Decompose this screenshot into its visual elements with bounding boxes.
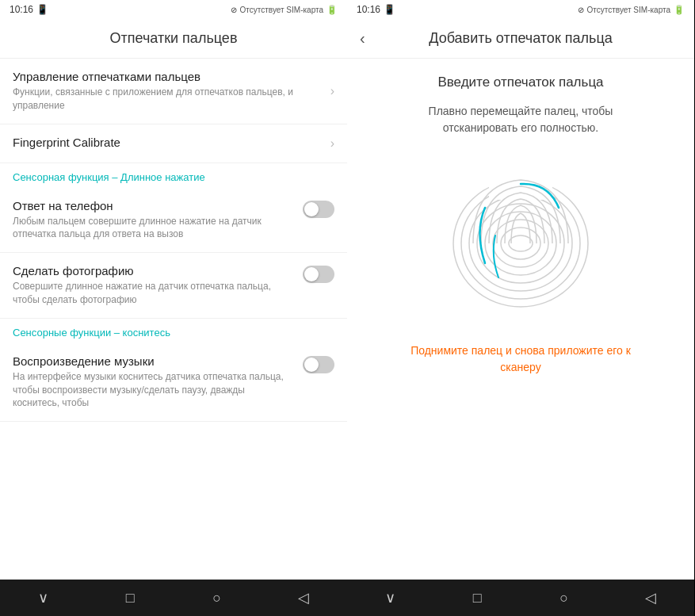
left-panel: 10:16 📱 ⊘ Отсутствует SIM-карта 🔋 Отпеча… [0,0,347,616]
fingerprint-calibrate-item[interactable]: Fingerprint Calibrate › [0,124,347,163]
answer-phone-subtitle: Любым пальцем совершите длинное нажатие … [13,215,293,242]
lift-finger-text: Поднимите палец и снова приложите его к … [410,342,632,376]
right-phone-icon: 📱 [384,4,395,15]
right-no-sim-icon: ⊘ [578,6,584,14]
take-photo-subtitle: Совершите длинное нажатие на датчик отпе… [13,280,293,307]
manage-fingerprints-arrow: › [330,84,334,98]
left-battery-icon: 🔋 [326,5,338,15]
fingerprint-visual [441,160,600,319]
right-header-title: Добавить отпечаток пальца [429,30,612,47]
fingerprint-calibrate-text: Fingerprint Calibrate [13,136,324,151]
right-status-bar: 10:16 📱 ⊘ Отсутствует SIM-карта 🔋 [347,0,694,19]
right-time: 10:16 [357,4,380,15]
right-panel: 10:16 📱 ⊘ Отсутствует SIM-карта 🔋 ‹ Доба… [347,0,694,616]
right-nav-circle[interactable]: ○ [548,582,580,614]
left-header-title: Отпечатки пальцев [110,30,238,47]
right-nav-back[interactable]: ∨ [375,582,407,614]
music-playback-toggle[interactable] [303,356,334,373]
svg-point-1 [461,188,580,299]
svg-point-7 [509,235,533,251]
fingerprint-svg [441,160,600,319]
right-back-button[interactable]: ‹ [360,29,365,48]
right-nav-square[interactable]: □ [461,582,493,614]
left-header: Отпечатки пальцев [0,19,347,59]
right-header: ‹ Добавить отпечаток пальца [347,19,694,59]
section-label-touch: Сенсорные функции – коснитесь [0,319,347,343]
right-battery-icon: 🔋 [674,5,685,15]
left-nav-bar: ∨ □ ○ ◁ [0,580,347,616]
right-status-left: 10:16 📱 [357,4,395,15]
instruction-text: Плавно перемещайте палец, чтобы отсканир… [402,103,640,136]
left-time: 10:16 [10,4,33,15]
left-nav-back[interactable]: ∨ [28,582,59,614]
right-content: Введите отпечаток пальца Плавно перемеща… [347,59,694,580]
left-status-bar: 10:16 📱 ⊘ Отсутствует SIM-карта 🔋 [0,0,347,19]
take-photo-item: Сделать фотографию Совершите длинное наж… [0,253,347,319]
right-status-right: ⊘ Отсутствует SIM-карта 🔋 [578,5,685,15]
left-phone-icon: 📱 [36,4,48,15]
left-sim-text: Отсутствует SIM-карта [240,6,324,14]
svg-point-3 [477,204,564,283]
svg-point-6 [501,228,540,259]
right-nav-bar: ∨ □ ○ ◁ [347,580,694,616]
answer-phone-text: Ответ на телефон Любым пальцем совершите… [13,199,293,242]
left-no-sim-icon: ⊘ [231,6,237,14]
take-photo-title: Сделать фотографию [13,264,293,277]
music-playback-title: Воспроизведение музыки [13,354,293,368]
answer-phone-toggle[interactable] [303,201,334,218]
left-status-right: ⊘ Отсутствует SIM-карта 🔋 [231,5,338,15]
enter-fingerprint-title: Введите отпечаток пальца [437,75,603,90]
manage-fingerprints-subtitle: Функции, связанные с приложением для отп… [13,86,324,113]
left-nav-triangle[interactable]: ◁ [288,582,319,614]
fingerprint-calibrate-arrow: › [330,136,334,151]
left-nav-circle[interactable]: ○ [201,582,233,614]
left-content[interactable]: Управление отпечатками пальцев Функции, … [0,59,347,580]
take-photo-text: Сделать фотографию Совершите длинное наж… [13,264,293,307]
music-playback-item: Воспроизведение музыки На интерфейсе муз… [0,343,347,422]
answer-phone-item: Ответ на телефон Любым пальцем совершите… [0,188,347,254]
manage-fingerprints-item[interactable]: Управление отпечатками пальцев Функции, … [0,59,347,124]
right-sim-text: Отсутствует SIM-карта [587,6,671,14]
take-photo-toggle[interactable] [303,266,334,283]
manage-fingerprints-title: Управление отпечатками пальцев [13,70,324,83]
music-playback-text: Воспроизведение музыки На интерфейсе муз… [13,354,293,410]
section-label-long-press: Сенсорная функция – Длинное нажатие [0,163,347,188]
manage-fingerprints-text: Управление отпечатками пальцев Функции, … [13,70,324,113]
answer-phone-title: Ответ на телефон [13,199,293,212]
fingerprint-calibrate-title: Fingerprint Calibrate [13,136,324,149]
left-status-left: 10:16 📱 [10,4,48,15]
left-nav-square[interactable]: □ [114,582,146,614]
music-playback-subtitle: На интерфейсе музыки коснитесь датчика о… [13,370,293,410]
right-nav-triangle[interactable]: ◁ [635,582,666,614]
